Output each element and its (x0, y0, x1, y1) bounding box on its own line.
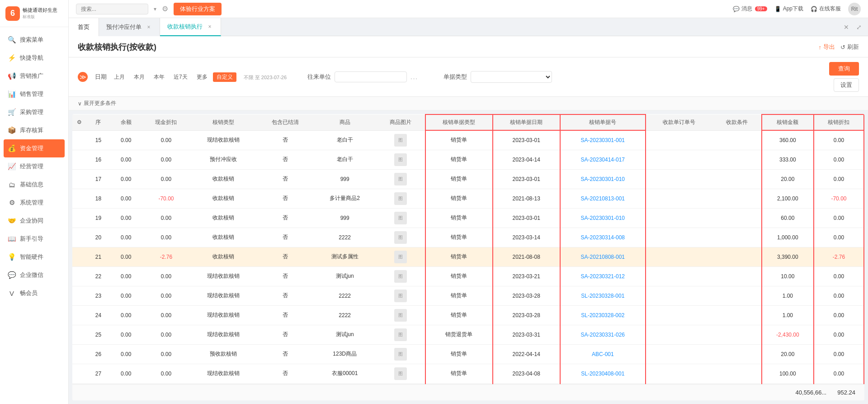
sidebar-label: 销售管理 (20, 90, 43, 98)
th-bill-date: 核销单据日期 (493, 114, 560, 130)
bill-no-link[interactable]: SA-20210813-001 (581, 195, 625, 202)
partner-filter-more[interactable]: ... (410, 74, 418, 81)
refresh-label: 刷新 (847, 43, 859, 51)
bill-no-link[interactable]: SA-20230301-010 (581, 215, 625, 221)
app-download-action[interactable]: 📱 App下载 (774, 5, 803, 13)
query-button[interactable]: 查询 (829, 62, 859, 76)
partner-filter-input[interactable] (335, 71, 407, 82)
bill-no-link[interactable]: SL-20230328-001 (581, 293, 624, 299)
sidebar-item-快捷导航[interactable]: ⚡快捷导航 (0, 49, 68, 67)
refresh-button[interactable]: ↺ 刷新 (840, 43, 859, 51)
user-avatar[interactable]: Rit (848, 3, 861, 15)
date-btn-last-month[interactable]: 上月 (110, 72, 128, 82)
sidebar-item-销售管理[interactable]: 📊销售管理 (0, 85, 68, 103)
date-btn-custom[interactable]: 自定义 (213, 72, 236, 82)
tab-receipts-close[interactable]: × (206, 23, 213, 30)
td-bill-no[interactable]: SA-20210813-001 (560, 189, 646, 208)
bill-no-link[interactable]: SA-20230321-012 (581, 273, 625, 280)
td-bill-no[interactable]: SA-20230301-001 (560, 130, 646, 150)
date-btn-more[interactable]: 更多 (193, 72, 211, 82)
td-bill-no[interactable]: SL-20230328-001 (560, 286, 646, 305)
sidebar: 6 畅捷通谱好生意 标准版 🔍搜索菜单⚡快捷导航📢营销推广📊销售管理🛒采购管理📦… (0, 0, 69, 404)
table-row: 15 0.00 0.00 现结收款核销 否 老白干 图 销货单 2023-03-… (72, 130, 864, 150)
td-bill-date: 2023-03-01 (493, 208, 560, 228)
tab-receipts[interactable]: 收款核销执行 × (160, 18, 221, 36)
sidebar-label: 智能硬件 (20, 253, 43, 261)
sidebar-item-畅会员[interactable]: V畅会员 (0, 284, 68, 302)
td-bill-no[interactable]: SL-20230408-001 (560, 364, 646, 383)
td-cash-discount: 0.00 (142, 169, 191, 189)
bill-no-link[interactable]: SL-20230408-001 (581, 371, 624, 377)
sidebar-item-企业协同[interactable]: 🤝企业协同 (0, 212, 68, 230)
sidebar-icon: 📈 (7, 162, 16, 171)
td-included-settled: 否 (256, 305, 314, 325)
app-logo: 6 畅捷通谱好生意 标准版 (0, 0, 68, 27)
date-btn-this-year[interactable]: 本年 (150, 72, 168, 82)
td-bill-no[interactable]: SA-20210808-001 (560, 247, 646, 266)
td-bill-no[interactable]: SA-20230331-026 (560, 325, 646, 344)
bill-no-link[interactable]: SL-20230328-002 (581, 312, 624, 318)
date-btn-this-month[interactable]: 本月 (130, 72, 148, 82)
message-icon: 💬 (733, 6, 740, 12)
sidebar-item-智能硬件[interactable]: 💡智能硬件 (0, 248, 68, 266)
sidebar-label: 新手引导 (20, 235, 43, 243)
sidebar-item-营销推广[interactable]: 📢营销推广 (0, 67, 68, 85)
th-goods: 商品 (314, 114, 376, 130)
sidebar-item-基础信息[interactable]: 🗂基础信息 (0, 176, 68, 194)
sidebar-item-新手引导[interactable]: 📖新手引导 (0, 230, 68, 248)
settings-icon[interactable]: ⚙ (162, 5, 168, 13)
tab-prepay[interactable]: 预付冲应付单 × (99, 18, 160, 36)
sidebar-label: 系统管理 (20, 199, 43, 207)
export-button[interactable]: ↑ 导出 (819, 43, 835, 51)
sidebar-item-企业微信[interactable]: 💬企业微信 (0, 266, 68, 284)
online-service-action[interactable]: 🎧 在线客服 (811, 5, 841, 13)
td-settings (72, 247, 86, 266)
td-bill-no[interactable]: SA-20230301-010 (560, 169, 646, 189)
table-wrapper[interactable]: ⚙ 序 余额 现金折扣 核销类型 包含已结清 商品 商品图片 核销单据类型 核销… (72, 114, 864, 384)
sidebar-item-库存核算[interactable]: 📦库存核算 (0, 121, 68, 139)
bill-type-filter-select[interactable] (471, 71, 552, 83)
bill-no-link[interactable]: SA-20230301-010 (581, 176, 625, 182)
filter-expand-btn[interactable]: ≫ (78, 72, 88, 82)
td-receipt-order-no (646, 189, 712, 208)
bill-no-link[interactable]: SA-20230414-017 (581, 157, 625, 163)
bill-no-link[interactable]: SA-20230314-008 (581, 234, 625, 241)
date-btn-7days[interactable]: 近7天 (170, 72, 191, 82)
td-bill-no[interactable]: SL-20230328-002 (560, 305, 646, 325)
td-bill-no[interactable]: SA-20230321-012 (560, 266, 646, 286)
td-receipt-order-no (646, 150, 712, 169)
top-search-input[interactable] (76, 4, 148, 14)
td-bill-no[interactable]: SA-20230301-010 (560, 208, 646, 228)
page-header: 收款核销执行(按收款) ↑ 导出 ↺ 刷新 (69, 36, 868, 57)
bill-no-link[interactable]: SA-20230331-026 (581, 332, 625, 338)
td-bill-no[interactable]: ABC-001 (560, 344, 646, 364)
tab-expand-icon[interactable]: ⤢ (854, 22, 864, 33)
message-action[interactable]: 💬 消息 99+ (733, 5, 767, 13)
industry-btn[interactable]: 体验行业方案 (174, 3, 222, 15)
filter-settings-button[interactable]: 设置 (834, 78, 859, 92)
td-bill-no[interactable]: SA-20230314-008 (560, 228, 646, 247)
bill-no-link[interactable]: SA-20210808-001 (581, 254, 625, 260)
sidebar-icon: 🗂 (7, 180, 16, 189)
sidebar-item-资金管理[interactable]: 💰资金管理 (4, 139, 65, 157)
bill-no-link[interactable]: SA-20230301-001 (581, 137, 625, 143)
expand-conditions-bar[interactable]: ∨ 展开更多条件 (69, 97, 868, 110)
th-settings[interactable]: ⚙ (72, 114, 86, 130)
sidebar-item-搜索菜单[interactable]: 🔍搜索菜单 (0, 31, 68, 49)
sidebar-item-采购管理[interactable]: 🛒采购管理 (0, 103, 68, 121)
tab-home[interactable]: 首页 (69, 18, 99, 36)
td-bill-type: 销货单 (425, 305, 493, 325)
td-write-off-type: 现结收款核销 (190, 266, 256, 286)
tab-close-all-icon[interactable]: ✕ (841, 22, 852, 33)
sidebar-item-系统管理[interactable]: ⚙系统管理 (0, 194, 68, 212)
bill-no-link[interactable]: ABC-001 (592, 351, 614, 357)
td-receipt-condition (712, 169, 761, 189)
tab-prepay-close[interactable]: × (145, 24, 152, 31)
dropdown-arrow-icon[interactable]: ▾ (154, 6, 156, 12)
td-bill-no[interactable]: SA-20230414-017 (560, 150, 646, 169)
sidebar-item-经营管理[interactable]: 📈经营管理 (0, 157, 68, 176)
refresh-icon: ↺ (840, 44, 845, 51)
data-table: ⚙ 序 余额 现金折扣 核销类型 包含已结清 商品 商品图片 核销单据类型 核销… (72, 114, 864, 384)
td-receipt-condition (712, 247, 761, 266)
td-goods: 多计量商品2 (314, 189, 376, 208)
